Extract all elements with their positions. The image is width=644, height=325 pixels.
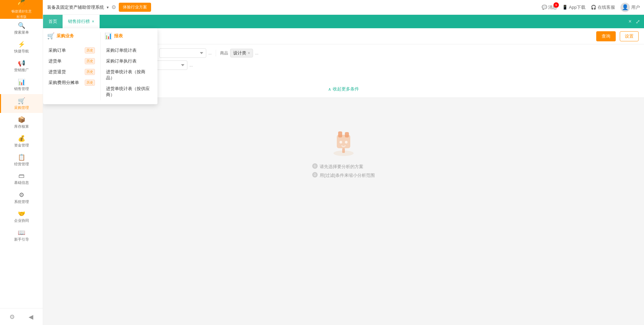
avatar: 👤 — [620, 3, 630, 12]
filter-goods-tag: 设计类 × — [230, 49, 253, 57]
dropdown-item-purchase-order[interactable]: 采购订单 历史 — [47, 45, 96, 56]
empty-state: ① 请先选择要分析的方案 ② 用[过滤]条件来缩小分析范围 — [43, 98, 644, 207]
online-label: 在线客服 — [598, 4, 615, 10]
filter-goods: 商品 设计类 × ... — [220, 49, 258, 57]
online-service-button[interactable]: 🎧 在线客服 — [591, 4, 615, 10]
sidebar-item-finance[interactable]: 💰 资金管理 — [0, 132, 43, 151]
dropdown-item-label-order-stat: 采购订单统计表 — [106, 47, 137, 53]
header-dropdown-icon[interactable]: ▾ — [107, 5, 109, 10]
sidebar-item-inventory[interactable]: 📦 库存核算 — [0, 113, 43, 132]
sidebar-item-quick[interactable]: ⚡ 快捷导航 — [0, 38, 43, 56]
report-col-icon: 📊 — [105, 32, 112, 40]
dropdown-item-expense[interactable]: 采购费用分摊单 历史 — [47, 77, 96, 88]
dropdown-item-inbound-stat-goods[interactable]: 进货单统计表（按商品） — [105, 67, 154, 83]
filter-doc-status-dots[interactable]: ... — [208, 51, 212, 55]
headset-icon: 🎧 — [591, 5, 596, 10]
sidebar-item-enterprise[interactable]: 🤝 企业协同 — [0, 207, 43, 226]
dropdown-item-inbound-stat-supplier[interactable]: 进货单统计表（按供应商） — [105, 83, 154, 100]
dropdown-item-label-expense: 采购费用分摊单 — [48, 80, 79, 86]
sidebar-item-guide[interactable]: 📖 新手引导 — [0, 226, 43, 245]
dropdown-purchase-title: 🛒 采购业务 — [47, 32, 96, 42]
filter-goods-dots[interactable]: ... — [255, 51, 258, 55]
svg-rect-6 — [342, 148, 345, 153]
search-icon: 🔍 — [18, 22, 25, 29]
filter-doc-status-select[interactable] — [159, 48, 206, 58]
sidebar-label-base: 基础信息 — [14, 180, 29, 185]
sidebar-item-search[interactable]: 🔍 搜索菜单 — [0, 19, 43, 38]
sidebar-item-purchase[interactable]: 🛒 采购管理 — [0, 94, 43, 113]
operation-icon: 📋 — [18, 154, 25, 161]
dropdown-item-order-exec[interactable]: 采购订单执行表 — [105, 56, 154, 67]
sidebar-item-operation[interactable]: 📋 经营管理 — [0, 151, 43, 169]
logo-title: 畅捷通好生意 — [11, 9, 32, 14]
sidebar-item-base[interactable]: 🗃 基础信息 — [0, 169, 43, 188]
sidebar-label-system: 系统管理 — [14, 199, 29, 204]
empty-icon — [327, 125, 360, 158]
marketing-icon: 📢 — [18, 59, 25, 67]
sidebar-bottom: ⚙ ◀ — [0, 308, 43, 325]
app-label: App下载 — [569, 4, 585, 10]
hint-num-1: ① — [312, 163, 318, 169]
dropdown-item-label-inbound-stat-supplier: 进货单统计表（按供应商） — [106, 86, 152, 98]
dropdown-item-inbound[interactable]: 进货单 历史 — [47, 56, 96, 67]
dropdown-item-label-inbound-stat-goods: 进货单统计表（按商品） — [106, 69, 152, 81]
tab-sales-rank-label: 销售排行榜 — [68, 18, 90, 25]
query-button[interactable]: 查询 — [596, 31, 616, 41]
quick-icon: ⚡ — [18, 41, 25, 48]
tabs-content-wrapper: 首页 销售排行榜 × × ⤢ 🛒 采购业务 采购订单 历史 — [43, 15, 644, 325]
filter-goods-tag-close[interactable]: × — [248, 51, 250, 55]
base-icon: 🗃 — [19, 172, 25, 179]
app-download-button[interactable]: 📱 App下载 — [562, 4, 585, 10]
sidebar-settings-btn[interactable]: ⚙ — [9, 313, 15, 321]
system-icon: ⚙ — [19, 191, 24, 199]
tab-home[interactable]: 首页 — [43, 15, 63, 28]
filter-divider-2 — [216, 50, 216, 56]
filter-doc-status-select-wrapper — [159, 48, 206, 58]
empty-hint-2: ② 用[过滤]条件来缩小分析范围 — [312, 171, 374, 178]
dropdown-item-order-stat[interactable]: 采购订单统计表 — [105, 45, 154, 56]
tab-close-icon[interactable]: × — [92, 19, 94, 24]
hist-badge-purchase-order: 历史 — [85, 47, 95, 53]
purchase-icon: 🛒 — [18, 97, 25, 105]
hist-badge-expense: 历史 — [85, 80, 95, 86]
collapse-label: 收起更多条件 — [333, 86, 359, 92]
dropdown-item-label-purchase-order: 采购订单 — [48, 47, 66, 53]
purchase-col-icon: 🛒 — [47, 32, 55, 40]
purchase-col-label: 采购业务 — [57, 33, 74, 39]
filter-salesman-dots[interactable]: ... — [189, 63, 193, 68]
dropdown-item-label-order-exec: 采购订单执行表 — [106, 58, 137, 64]
sidebar-item-marketing[interactable]: 📢 营销推广 — [0, 56, 43, 75]
svg-rect-2 — [338, 131, 342, 137]
user-button[interactable]: 👤 用户 — [620, 3, 640, 12]
filter-goods-label: 商品 — [220, 50, 228, 56]
sidebar-collapse-btn[interactable]: ◀ — [29, 313, 33, 321]
dropdown-item-return[interactable]: 进货退货 历史 — [47, 67, 96, 77]
header: 装备及固定资产辅助管理系统 ▾ ⚙ 体验行业方案 💬 9 消息 📱 App下载 … — [43, 0, 644, 15]
logo-subtitle: 标准版 — [16, 14, 27, 19]
sidebar-label-search: 搜索菜单 — [14, 30, 29, 35]
settings-button[interactable]: 设置 — [620, 31, 639, 41]
sidebar-item-sales[interactable]: 📊 销售管理 — [0, 75, 43, 94]
empty-hint-1: ① 请先选择要分析的方案 — [312, 162, 374, 170]
filter-goods-tag-value: 设计类 — [233, 50, 246, 56]
user-label: 用户 — [631, 4, 640, 10]
sidebar-nav: 🔍 搜索菜单 ⚡ 快捷导航 📢 营销推广 📊 销售管理 🛒 采购管理 📦 库存核… — [0, 19, 43, 308]
hist-badge-inbound: 历史 — [85, 58, 95, 64]
hint-text-2: 用[过滤]条件来缩小分析范围 — [320, 172, 374, 178]
window-expand-icon[interactable]: ⤢ — [634, 17, 641, 26]
header-title: 装备及固定资产辅助管理系统 — [47, 4, 104, 10]
industry-button[interactable]: 体验行业方案 — [119, 3, 151, 12]
sidebar-item-system[interactable]: ⚙ 系统管理 — [0, 188, 43, 207]
logo-icon: 🍊 — [17, 0, 26, 8]
header-gear-icon[interactable]: ⚙ — [111, 4, 116, 10]
header-right: 💬 9 消息 📱 App下载 🎧 在线客服 👤 用户 — [542, 3, 640, 12]
window-close-icon[interactable]: × — [627, 17, 633, 26]
message-badge: 9 — [553, 2, 559, 8]
guide-icon: 📖 — [18, 229, 25, 236]
sidebar-label-enterprise: 企业协同 — [14, 218, 29, 223]
empty-hints: ① 请先选择要分析的方案 ② 用[过滤]条件来缩小分析范围 — [312, 162, 374, 180]
tab-sales-rank[interactable]: 销售排行榜 × — [63, 15, 100, 28]
message-icon: 💬 — [542, 5, 547, 10]
hist-badge-return: 历史 — [85, 69, 95, 75]
message-button[interactable]: 💬 9 消息 — [542, 4, 557, 10]
